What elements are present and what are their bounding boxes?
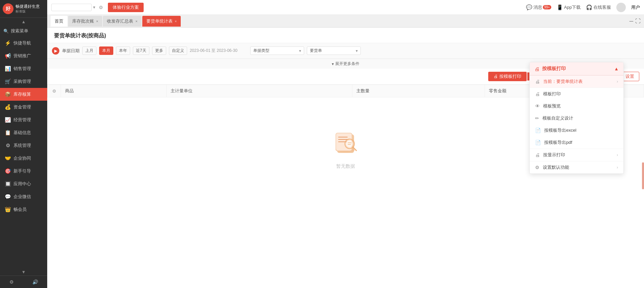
sidebar-search[interactable]: 🔍 搜索菜单: [0, 25, 47, 37]
table-col-goods: 商品: [61, 85, 167, 97]
set-default-arrow: ›: [617, 165, 618, 170]
sidebar-scroll-down[interactable]: ▼: [0, 268, 47, 276]
sidebar-item-xiaoshou[interactable]: 📊 销售管理: [0, 62, 47, 75]
sidebar-item-hui[interactable]: 👑 畅会员: [0, 203, 47, 216]
tabbar: 首页 库存批次账 × 收发存汇总表 × 要货单统计表 × ─ ⛶: [47, 15, 644, 28]
tab-shoufahuizong[interactable]: 收发存汇总表 ×: [103, 16, 141, 27]
topbar-right: 💬 消息 99+ 📱 App下载 🎧 在线客服 用户: [526, 3, 640, 12]
date-btn-this-month[interactable]: 本月: [99, 46, 113, 55]
tab-close-shoufahuizong[interactable]: ×: [135, 19, 137, 23]
goods-filter-dropdown[interactable]: 要货单 ▾: [307, 46, 361, 55]
sidebar-item-zijin[interactable]: 💰 资金管理: [0, 101, 47, 114]
sidebar-logo: 好 畅捷通好生意 标准版: [0, 0, 47, 18]
sidebar-item-xinshou[interactable]: 🎯 新手引导: [0, 165, 47, 178]
dropdown-item-excel[interactable]: 📄 按模板导出excel: [530, 124, 623, 136]
print-template-btn[interactable]: 🖨 按模板打印: [488, 72, 527, 81]
filter-expand-btn[interactable]: ▶: [52, 47, 59, 55]
topbar-gear-icon[interactable]: ⚙: [99, 5, 103, 10]
date-btn-this-year[interactable]: 本年: [116, 46, 130, 55]
experience-btn[interactable]: 体验行业方案: [108, 3, 144, 12]
nav-icon-qiye: 🤝: [5, 155, 11, 161]
sidebar-item-kuaijie[interactable]: ⚡ 快捷导航: [0, 37, 47, 50]
dropdown-item-display-print[interactable]: 🖨 按显示打印 ›: [530, 149, 623, 161]
nav-icon-hui: 👑: [5, 206, 11, 213]
print-icon: 🖨: [494, 74, 498, 79]
dropdown-collapse-icon[interactable]: ▲: [614, 66, 619, 71]
sidebar: 好 畅捷通好生意 标准版 ▲ 🔍 搜索菜单 ⚡ 快捷导航 📢 营销推广 📊 销售…: [0, 0, 47, 288]
sidebar-item-jichu[interactable]: 📋 基础信息: [0, 126, 47, 139]
set-default-icon: ⚙: [535, 165, 539, 170]
dropdown-item-preview[interactable]: 👁 模板预览: [530, 100, 623, 112]
table-col-settings: ⚙: [48, 85, 61, 97]
message-btn[interactable]: 💬 消息 99+: [526, 4, 551, 10]
tab-expand-btn[interactable]: ⛶: [635, 18, 641, 24]
display-print-arrow: ›: [617, 153, 618, 157]
table-col-unit: 主计量单位: [166, 85, 352, 97]
print-area: 🖨 按模板打印 ▲: [488, 72, 534, 81]
sidebar-item-qiye[interactable]: 🤝 企业协同: [0, 152, 47, 165]
nav-icon-caigou: 🛒: [5, 78, 11, 85]
table-gear-icon[interactable]: ⚙: [52, 89, 56, 94]
scrollbar-thumb[interactable]: [642, 162, 644, 189]
sidebar-footer: ⚙ 🔊: [0, 276, 47, 288]
service-icon: 🎧: [586, 4, 592, 10]
online-service-btn[interactable]: 🎧 在线客服: [586, 4, 611, 10]
date-btn-7days[interactable]: 近7天: [133, 46, 149, 55]
template-pdf-icon: 📄: [535, 140, 541, 145]
sidebar-item-yingxiao[interactable]: 📢 营销推广: [0, 50, 47, 62]
footer-settings-icon[interactable]: ⚙: [9, 279, 14, 285]
user-name: 用户: [631, 4, 640, 10]
dropdown-item-set-default[interactable]: ⚙ 设置默认功能 ›: [530, 161, 623, 173]
display-print-icon: 🖨: [535, 152, 540, 158]
template-print-icon: 🖨: [535, 91, 540, 97]
sidebar-item-jingying[interactable]: 📈 经营管理: [0, 114, 47, 126]
dropdown-header: 🖨 按模板打印 ▲: [530, 62, 623, 75]
current-item-arrow: ›: [617, 79, 618, 84]
dropdown-current-item[interactable]: 🖨 当前：要货单统计表 ›: [530, 75, 623, 88]
dropdown-default-section: ⚙ 设置默认功能 ›: [530, 161, 623, 173]
nav-icon-kuaijie: ⚡: [5, 40, 11, 46]
sidebar-item-yingyong[interactable]: 🔲 应用中心: [0, 178, 47, 190]
nav-icon-yingxiao: 📢: [5, 53, 11, 59]
tab-yaohuo[interactable]: 要货单统计表 ×: [142, 16, 181, 27]
tab-close-yaohuo[interactable]: ×: [175, 19, 177, 23]
type-dropdown[interactable]: 单据类型 ▾: [250, 46, 304, 55]
footer-audio-icon[interactable]: 🔊: [32, 279, 38, 285]
sidebar-item-qiye2[interactable]: 💬 企业微信: [0, 190, 47, 203]
expand-more-icon: ▾: [332, 62, 334, 66]
app-icon: 📱: [557, 4, 563, 10]
sidebar-item-kucun[interactable]: 📦 库存核算: [0, 88, 47, 101]
print-dropdown-overlay: 🖨 按模板打印 ▲ 🖨 当前：要货单统计表 › 🖨 模板打印 �: [529, 62, 624, 174]
template-excel-icon: 📄: [535, 128, 541, 133]
sidebar-nav: ⚡ 快捷导航 📢 营销推广 📊 销售管理 🛒 采购管理 📦 库存核算 💰 资金管…: [0, 37, 47, 268]
dropdown-item-design[interactable]: ✏ 模板自定义设计: [530, 112, 623, 124]
app-download-btn[interactable]: 📱 App下载: [557, 4, 581, 10]
date-btn-more[interactable]: 更多: [152, 46, 166, 55]
date-btn-custom[interactable]: 自定义: [169, 46, 187, 55]
filter-bar: ▶ 单据日期 上月 本月 本年 近7天 更多 自定义 2023-06-01 至 …: [47, 43, 644, 59]
dropdown-current-section: 🖨 当前：要货单统计表 ›: [530, 75, 623, 88]
topbar: ▾ ⚙ 体验行业方案 💬 消息 99+ 📱 App下载 🎧 在线客服 用户: [47, 0, 644, 15]
tab-minimize-btn[interactable]: ─: [630, 18, 633, 24]
nav-icon-xitong: ⚙: [5, 142, 11, 149]
sidebar-item-caigou[interactable]: 🛒 采购管理: [0, 75, 47, 88]
nav-icon-qiye2: 💬: [5, 194, 11, 200]
tab-close-kucunpizi[interactable]: ×: [96, 19, 98, 23]
dropdown-item-pdf[interactable]: 📄 按模板导出pdf: [530, 136, 623, 149]
template-preview-icon: 👁: [535, 103, 540, 109]
sidebar-item-xitong[interactable]: ⚙ 系统管理: [0, 139, 47, 152]
topbar-search-input[interactable]: [51, 4, 92, 11]
nav-icon-yingyong: 🔲: [5, 181, 11, 187]
user-avatar[interactable]: [616, 3, 626, 12]
tab-home[interactable]: 首页: [51, 16, 67, 27]
topbar-dropdown-icon[interactable]: ▾: [93, 5, 95, 10]
type-dropdown-arrow: ▾: [299, 49, 301, 53]
sidebar-scroll-up[interactable]: ▲: [0, 18, 47, 25]
template-design-icon: ✏: [535, 116, 539, 121]
date-btn-last-month[interactable]: 上月: [82, 46, 96, 55]
tab-kucunpizi[interactable]: 库存批次账 ×: [68, 16, 102, 27]
message-icon: 💬: [526, 4, 532, 10]
nav-icon-kucun: 📦: [5, 91, 11, 97]
empty-icon: [329, 124, 362, 158]
dropdown-item-print[interactable]: 🖨 模板打印: [530, 88, 623, 100]
